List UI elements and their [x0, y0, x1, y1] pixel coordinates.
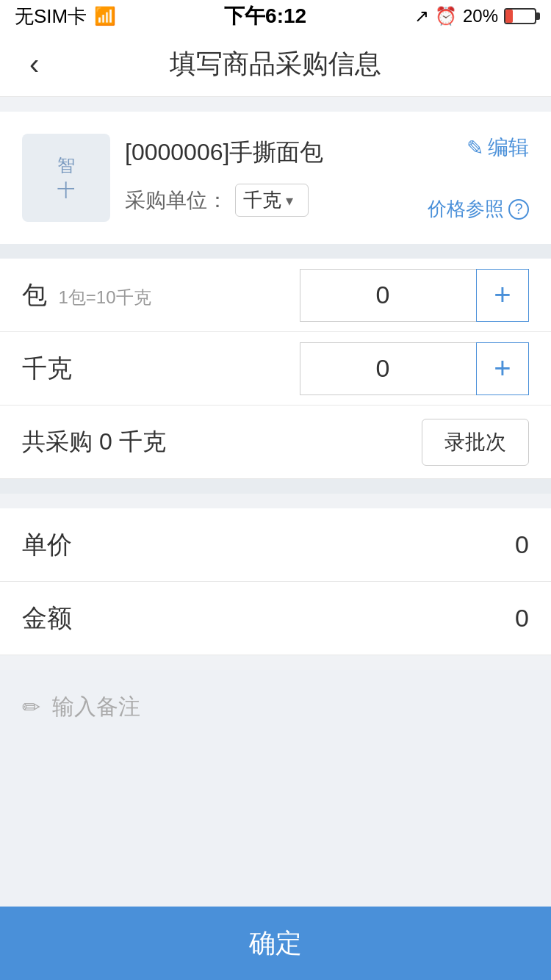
- battery-icon: [504, 8, 536, 24]
- kg-input[interactable]: [300, 342, 476, 395]
- kg-input-wrapper: +: [300, 342, 529, 395]
- bao-input[interactable]: [300, 269, 476, 322]
- amount-label: 金额: [22, 602, 72, 635]
- nav-bar: ‹ 填写商品采购信息: [0, 32, 551, 97]
- bao-sub-label: 1包=10千克: [58, 287, 151, 307]
- dropdown-arrow-icon: ▾: [286, 192, 293, 209]
- edit-button[interactable]: ✎ 编辑: [467, 134, 529, 162]
- location-icon: ↗: [414, 6, 429, 26]
- wifi-icon: 📶: [94, 6, 116, 26]
- bao-label: 包 1包=10千克: [22, 278, 300, 312]
- product-logo: 智 十: [57, 153, 75, 202]
- summary-text: 共采购 0 千克: [22, 426, 166, 458]
- record-batch-button[interactable]: 录批次: [422, 419, 529, 466]
- unit-price-row: 单价 0: [0, 508, 551, 582]
- alarm-icon: ⏰: [435, 6, 457, 26]
- unit-price-label: 单价: [22, 528, 72, 562]
- battery-percent: 20%: [463, 6, 498, 26]
- product-image: 智 十: [22, 134, 110, 222]
- quantity-row-bao: 包 1包=10千克 +: [0, 259, 551, 332]
- price-ref-button[interactable]: 价格参照 ?: [428, 196, 529, 222]
- bao-input-wrapper: +: [300, 269, 529, 322]
- page-title: 填写商品采购信息: [170, 46, 381, 82]
- kg-plus-button[interactable]: +: [476, 342, 529, 395]
- product-card: 智 十 [0000006]手撕面包 采购单位： 千克 ▾ ✎ 编辑 价格参照 ?: [0, 112, 551, 244]
- section-divider-2: [0, 479, 551, 494]
- amount-row: 金额 0: [0, 582, 551, 655]
- carrier-text: 无SIM卡: [15, 4, 87, 29]
- unit-price-value: 0: [515, 530, 529, 559]
- summary-row: 共采购 0 千克 录批次: [0, 406, 551, 479]
- status-left: 无SIM卡 📶: [15, 4, 116, 29]
- unit-label: 采购单位：: [125, 187, 228, 215]
- section-divider-1: [0, 244, 551, 259]
- quantity-section: 包 1包=10千克 + 千克 +: [0, 259, 551, 406]
- battery-fill: [505, 10, 513, 23]
- amount-value: 0: [515, 604, 529, 633]
- quantity-row-kg: 千克 +: [0, 332, 551, 406]
- remark-placeholder: 输入备注: [52, 692, 140, 722]
- unit-select[interactable]: 千克 ▾: [235, 184, 309, 217]
- edit-label: 编辑: [488, 134, 529, 162]
- kg-label: 千克: [22, 352, 300, 386]
- status-bar: 无SIM卡 📶 下午6:12 ↗ ⏰ 20%: [0, 0, 551, 32]
- confirm-button[interactable]: 确定: [0, 907, 551, 980]
- bao-plus-button[interactable]: +: [476, 269, 529, 322]
- unit-value: 千克: [243, 187, 281, 213]
- remark-section[interactable]: ✏ 输入备注: [0, 670, 551, 744]
- back-button[interactable]: ‹: [22, 40, 46, 88]
- price-section: 单价 0 金额 0: [0, 508, 551, 655]
- help-icon: ?: [508, 199, 529, 220]
- pencil-icon: ✏: [22, 694, 40, 720]
- price-ref-label: 价格参照: [428, 196, 504, 222]
- status-time: 下午6:12: [224, 2, 306, 30]
- edit-icon: ✎: [467, 136, 483, 160]
- status-right: ↗ ⏰ 20%: [414, 6, 536, 26]
